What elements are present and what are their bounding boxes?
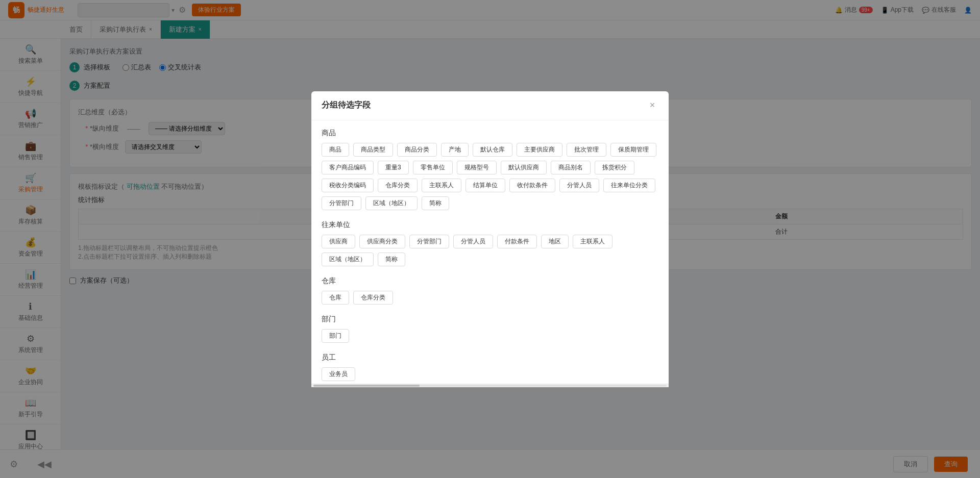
field-tag-0-21[interactable]: 往来单位分类 xyxy=(603,179,655,192)
field-tag-0-9[interactable]: 重量3 xyxy=(378,161,409,174)
scroll-thumb[interactable] xyxy=(313,385,420,387)
field-tag-0-17[interactable]: 主联系人 xyxy=(422,179,461,192)
field-section-0: 商品商品商品类型商品分类产地默认仓库主要供应商批次管理保质期管理客户商品编码重量… xyxy=(322,129,658,210)
field-tag-0-3[interactable]: 产地 xyxy=(441,143,469,157)
modal-header: 分组待选字段 × xyxy=(311,91,669,120)
field-tag-0-2[interactable]: 商品分类 xyxy=(397,143,437,157)
field-tag-0-15[interactable]: 税收分类编码 xyxy=(322,179,374,192)
field-tag-0-7[interactable]: 保质期管理 xyxy=(610,143,656,157)
field-section-title-0: 商品 xyxy=(322,129,658,138)
field-tag-0-24[interactable]: 简称 xyxy=(422,196,449,210)
field-tags-0: 商品商品类型商品分类产地默认仓库主要供应商批次管理保质期管理客户商品编码重量3零… xyxy=(322,143,658,210)
field-section-title-2: 仓库 xyxy=(322,276,658,286)
field-tag-0-1[interactable]: 商品类型 xyxy=(353,143,393,157)
field-tag-2-0[interactable]: 仓库 xyxy=(322,291,349,305)
field-tag-4-0[interactable]: 业务员 xyxy=(322,367,355,381)
field-tag-0-19[interactable]: 收付款条件 xyxy=(509,179,555,192)
modal-close-button[interactable]: × xyxy=(646,99,658,112)
field-tag-1-5[interactable]: 地区 xyxy=(541,235,569,248)
field-tag-0-13[interactable]: 商品别名 xyxy=(551,161,591,174)
modal-body: 商品商品商品类型商品分类产地默认仓库主要供应商批次管理保质期管理客户商品编码重量… xyxy=(311,120,669,384)
field-tag-1-2[interactable]: 分管部门 xyxy=(409,235,449,248)
field-tag-0-8[interactable]: 客户商品编码 xyxy=(322,161,374,174)
field-tag-3-0[interactable]: 部门 xyxy=(322,329,349,343)
modal-overlay[interactable]: 分组待选字段 × 商品商品商品类型商品分类产地默认仓库主要供应商批次管理保质期管… xyxy=(0,0,980,478)
modal-title: 分组待选字段 xyxy=(322,100,371,111)
horizontal-scrollbar[interactable] xyxy=(311,384,669,387)
field-tag-0-6[interactable]: 批次管理 xyxy=(567,143,606,157)
modal-dialog: 分组待选字段 × 商品商品商品类型商品分类产地默认仓库主要供应商批次管理保质期管… xyxy=(311,91,669,387)
field-tag-1-3[interactable]: 分管人员 xyxy=(453,235,493,248)
field-tag-0-20[interactable]: 分管人员 xyxy=(559,179,599,192)
field-tag-0-10[interactable]: 零售单位 xyxy=(413,161,453,174)
field-tag-0-22[interactable]: 分管部门 xyxy=(322,196,361,210)
field-tag-2-1[interactable]: 仓库分类 xyxy=(353,291,393,305)
field-tag-0-0[interactable]: 商品 xyxy=(322,143,349,157)
field-section-3: 部门部门 xyxy=(322,315,658,343)
field-tag-1-8[interactable]: 简称 xyxy=(378,253,405,266)
field-tag-0-11[interactable]: 规格型号 xyxy=(457,161,497,174)
field-tag-1-6[interactable]: 主联系人 xyxy=(573,235,612,248)
field-tag-1-1[interactable]: 供应商分类 xyxy=(359,235,405,248)
field-tag-0-23[interactable]: 区域（地区） xyxy=(365,196,418,210)
field-tag-1-4[interactable]: 付款条件 xyxy=(497,235,537,248)
field-section-4: 员工业务员 xyxy=(322,353,658,381)
field-tag-0-5[interactable]: 主要供应商 xyxy=(517,143,562,157)
field-tag-1-0[interactable]: 供应商 xyxy=(322,235,355,248)
field-tag-0-18[interactable]: 结算单位 xyxy=(465,179,505,192)
field-tags-1: 供应商供应商分类分管部门分管人员付款条件地区主联系人区域（地区）简称 xyxy=(322,235,658,266)
field-tag-0-14[interactable]: 拣货积分 xyxy=(595,161,634,174)
field-section-title-4: 员工 xyxy=(322,353,658,362)
field-tag-0-12[interactable]: 默认供应商 xyxy=(501,161,547,174)
field-section-2: 仓库仓库仓库分类 xyxy=(322,276,658,305)
field-section-title-1: 往来单位 xyxy=(322,220,658,230)
field-tags-4: 业务员 xyxy=(322,367,658,381)
field-section-1: 往来单位供应商供应商分类分管部门分管人员付款条件地区主联系人区域（地区）简称 xyxy=(322,220,658,266)
field-section-title-3: 部门 xyxy=(322,315,658,324)
scroll-track xyxy=(313,385,667,387)
field-tag-0-4[interactable]: 默认仓库 xyxy=(473,143,512,157)
field-tags-2: 仓库仓库分类 xyxy=(322,291,658,305)
field-tags-3: 部门 xyxy=(322,329,658,343)
field-tag-1-7[interactable]: 区域（地区） xyxy=(322,253,374,266)
field-tag-0-16[interactable]: 仓库分类 xyxy=(378,179,418,192)
